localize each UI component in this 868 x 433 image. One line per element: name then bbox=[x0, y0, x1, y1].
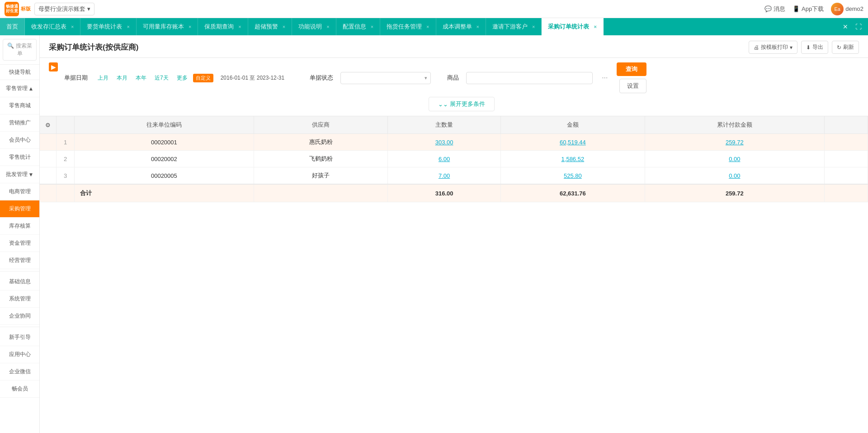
sidebar-quick-nav[interactable]: 快捷导航 bbox=[0, 65, 39, 80]
row-amount-link[interactable]: 1,586.52 bbox=[561, 156, 585, 162]
footer-amount-cell: 62,631.76 bbox=[500, 184, 645, 202]
user-avatar-btn[interactable]: Ea demo2 bbox=[831, 3, 863, 15]
tab-chaochuyujing[interactable]: 超储预警 × bbox=[248, 18, 292, 35]
sidebar-item-new-guide[interactable]: 新手引导 bbox=[0, 329, 39, 346]
row-main-qty-link[interactable]: 7.00 bbox=[439, 172, 450, 179]
sidebar-basic-info-label: 基础信息 bbox=[9, 278, 31, 285]
row-main-qty-link[interactable]: 303.00 bbox=[435, 139, 453, 146]
top-bar: 畅捷通好生意 标版 母婴行业演示账套 ▾ 💬 消息 📱 App下载 Ea dem… bbox=[0, 0, 868, 18]
sidebar-member-label: 畅会员 bbox=[12, 385, 28, 392]
tab-shoufahui[interactable]: 收发存汇总表 × bbox=[25, 18, 80, 35]
th-settings[interactable]: ⚙ bbox=[40, 116, 57, 134]
template-print-arrow: ▾ bbox=[790, 44, 793, 51]
sidebar-item-enterprise[interactable]: 企业协同 bbox=[0, 308, 39, 325]
sidebar-item-sys-mgmt[interactable]: 系统管理 bbox=[0, 290, 39, 308]
table-area: ⚙ 往来单位编码 供应商 主数量 金额 累计付款金额 1 00020001 惠氏… bbox=[40, 116, 868, 433]
date-custom-badge[interactable]: 自定义 bbox=[193, 74, 213, 82]
sidebar-item-batch-mgmt[interactable]: 批发管理 ▼ bbox=[0, 166, 39, 183]
sidebar-item-finance[interactable]: 资金管理 bbox=[0, 235, 39, 252]
sidebar-search-btn[interactable]: 🔍 搜索菜单 bbox=[3, 39, 37, 61]
date-shortcut-7days[interactable]: 近7天 bbox=[152, 73, 171, 83]
tab-peizhi[interactable]: 配置信息 × bbox=[336, 18, 380, 35]
tab-maximize-action[interactable]: ⛶ bbox=[854, 21, 863, 32]
sidebar-app-center-label: 应用中心 bbox=[9, 351, 31, 357]
tab-baojianqi[interactable]: 保质期查询 × bbox=[198, 18, 248, 35]
tab-baojianqi-close[interactable]: × bbox=[238, 24, 241, 29]
tab-close-action[interactable]: ✕ bbox=[841, 21, 850, 32]
sidebar-item-ops-mgmt[interactable]: 经营管理 bbox=[0, 252, 39, 269]
tab-yaoqing[interactable]: 邀请下游客户 × bbox=[486, 18, 542, 35]
tab-caigou-close[interactable]: × bbox=[594, 24, 596, 29]
query-btn[interactable]: 查询 bbox=[617, 62, 646, 76]
sidebar-item-app-center[interactable]: 应用中心 bbox=[0, 346, 39, 363]
sidebar-item-retail-mgmt[interactable]: 零售管理 ▲ bbox=[0, 80, 39, 97]
settings-btn[interactable]: 设置 bbox=[619, 79, 646, 93]
tab-chaochuyujing-label: 超储预警 bbox=[255, 23, 278, 31]
date-shortcut-more[interactable]: 更多 bbox=[174, 73, 190, 83]
sidebar-item-marketing[interactable]: 营销推广 bbox=[0, 114, 39, 132]
app-download-label: App下载 bbox=[802, 5, 824, 13]
data-table: ⚙ 往来单位编码 供应商 主数量 金额 累计付款金额 1 00020001 惠氏… bbox=[40, 116, 868, 202]
row-amount-link[interactable]: 60,519.44 bbox=[560, 139, 586, 146]
tab-chengben-close[interactable]: × bbox=[476, 24, 479, 29]
expand-more-conditions-btn[interactable]: ⌄⌄ 展开更多条件 bbox=[429, 97, 495, 111]
goods-label: 商品 bbox=[447, 74, 459, 82]
sidebar-item-basic-info[interactable]: 基础信息 bbox=[0, 273, 39, 290]
row-index: 3 bbox=[57, 167, 75, 185]
row-empty bbox=[824, 151, 868, 167]
tab-chengben[interactable]: 成本调整单 × bbox=[436, 18, 486, 35]
tab-keyongliang-close[interactable]: × bbox=[189, 24, 191, 29]
sidebar-item-ecommerce[interactable]: 电商管理 bbox=[0, 183, 39, 200]
user-name: demo2 bbox=[845, 5, 863, 12]
sidebar-item-inventory[interactable]: 库存核算 bbox=[0, 218, 39, 235]
footer-main-qty-cell: 316.00 bbox=[388, 184, 500, 202]
status-select[interactable] bbox=[340, 72, 431, 84]
row-amount-link[interactable]: 525.80 bbox=[564, 172, 582, 179]
expand-filter-btn[interactable]: ▶ bbox=[49, 62, 58, 71]
message-btn[interactable]: 💬 消息 bbox=[764, 5, 785, 13]
sidebar-item-purchase-mgmt[interactable]: 采购管理 bbox=[0, 200, 39, 218]
goods-input[interactable] bbox=[466, 72, 593, 84]
main-layout: 🔍 搜索菜单 快捷导航 零售管理 ▲ 零售商城 营销推广 会员中心 零售统计 批… bbox=[0, 35, 868, 433]
tab-keyongliang[interactable]: 可用量库存账本 × bbox=[137, 18, 198, 35]
row-settings bbox=[40, 134, 57, 151]
template-print-btn[interactable]: 🖨 按模板打印 ▾ bbox=[749, 41, 797, 54]
tab-shoufahui-close[interactable]: × bbox=[71, 24, 74, 29]
export-btn[interactable]: ⬇ 导出 bbox=[801, 41, 828, 54]
row-supplier: 好孩子 bbox=[254, 167, 388, 185]
tab-keyongliang-label: 可用量库存账本 bbox=[143, 23, 184, 31]
tab-yaoqing-close[interactable]: × bbox=[532, 24, 535, 29]
tab-yaohuodantongji[interactable]: 要货单统计表 × bbox=[80, 18, 136, 35]
row-cumulative-paid-link[interactable]: 259.72 bbox=[726, 139, 744, 146]
refresh-label: 刷新 bbox=[843, 43, 854, 51]
app-download-btn[interactable]: 📱 App下载 bbox=[793, 5, 824, 13]
row-main-qty: 6.00 bbox=[388, 151, 500, 167]
filter-more-dots[interactable]: ··· bbox=[600, 74, 609, 82]
tab-tuohuo[interactable]: 拖货任务管理 × bbox=[380, 18, 436, 35]
sidebar-item-retail-shop[interactable]: 零售商城 bbox=[0, 97, 39, 114]
row-main-qty-link[interactable]: 6.00 bbox=[439, 156, 450, 162]
tab-yaoqing-label: 邀请下游客户 bbox=[492, 23, 528, 31]
row-cumulative-paid-link[interactable]: 0.00 bbox=[729, 172, 740, 179]
date-shortcut-last-month[interactable]: 上月 bbox=[95, 73, 111, 83]
tab-gongneng-close[interactable]: × bbox=[326, 24, 329, 29]
sidebar-item-member-center[interactable]: 会员中心 bbox=[0, 132, 39, 149]
sidebar-item-corp-wechat[interactable]: 企业微信 bbox=[0, 363, 39, 381]
company-selector[interactable]: 母婴行业演示账套 ▾ bbox=[34, 3, 94, 15]
row-cumulative-paid-link[interactable]: 0.00 bbox=[729, 156, 740, 162]
tab-tuohuo-close[interactable]: × bbox=[426, 24, 429, 29]
refresh-btn[interactable]: ↻ 刷新 bbox=[832, 41, 859, 54]
row-empty bbox=[824, 134, 868, 151]
sidebar-item-member[interactable]: 畅会员 bbox=[0, 381, 39, 398]
sidebar-item-retail-stats[interactable]: 零售统计 bbox=[0, 149, 39, 166]
tab-peizhi-close[interactable]: × bbox=[371, 24, 373, 29]
tab-gongneng[interactable]: 功能说明 × bbox=[292, 18, 336, 35]
date-shortcut-this-month[interactable]: 本月 bbox=[114, 73, 130, 83]
footer-empty-cell bbox=[824, 184, 868, 202]
tab-caigou[interactable]: 采购订单统计表 × bbox=[542, 18, 603, 35]
date-shortcut-this-year[interactable]: 本年 bbox=[133, 73, 149, 83]
tab-chaochuyujing-close[interactable]: × bbox=[283, 24, 285, 29]
tab-home[interactable]: 首页 bbox=[0, 18, 25, 35]
row-index: 1 bbox=[57, 134, 75, 151]
tab-yaohuodantongji-close[interactable]: × bbox=[127, 24, 129, 29]
